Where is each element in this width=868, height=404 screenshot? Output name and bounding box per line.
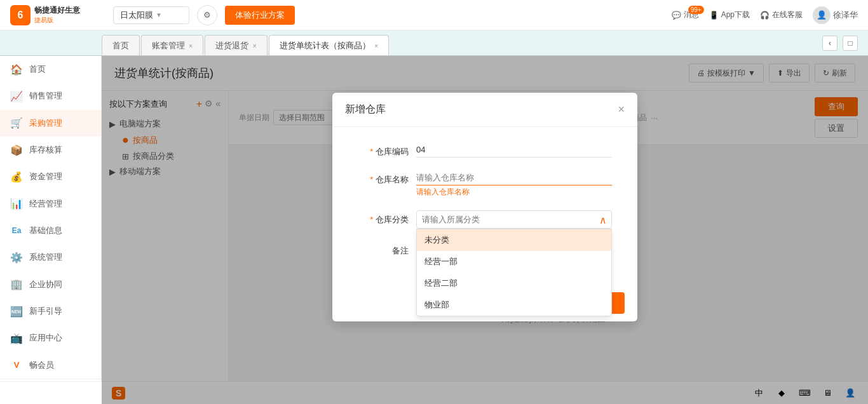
mobile-icon: 📱 — [709, 11, 719, 20]
basic-info-icon: Ea — [10, 224, 23, 237]
sidebar-item-sales[interactable]: 📈 销售管理 — [0, 83, 101, 109]
top-header: 6 畅捷通好生意 捷易版 日太阳膜 ▼ ⚙ 体验行业方案 💬 消息 99+ 📱 … — [0, 0, 868, 30]
code-input[interactable] — [416, 142, 612, 158]
message-icon: 💬 — [672, 11, 681, 20]
sidebar-item-purchase[interactable]: 🛒 采购管理 — [0, 110, 101, 137]
sidebar: 🏠 首页 📈 销售管理 🛒 采购管理 📦 库存核算 💰 资金管理 📊 经营管理 … — [0, 56, 102, 404]
name-error-msg: 请输入仓库名称 — [416, 187, 612, 198]
app-download-btn[interactable]: 📱 App下载 — [709, 10, 750, 20]
category-input[interactable] — [416, 210, 612, 229]
tab-purchase-stats[interactable]: 进货单统计表（按商品） × — [269, 35, 389, 55]
store-selector[interactable]: 日太阳膜 ▼ — [113, 6, 189, 24]
category-toggle-icon[interactable]: ∧ — [599, 213, 607, 226]
tab-close-purchase-stats[interactable]: × — [374, 42, 378, 50]
enterprise-icon: 🏢 — [10, 278, 23, 291]
name-form-row: * 仓库名称 请输入仓库名称 — [358, 170, 612, 198]
notification-btn[interactable]: 💬 消息 99+ — [672, 10, 699, 20]
code-input-wrap — [416, 142, 612, 158]
modal-header: 新增仓库 × — [332, 93, 637, 127]
finance-icon: 💰 — [10, 170, 23, 183]
category-input-wrap: ∧ 未分类 经营一部 经营二部 物业部 — [416, 210, 612, 229]
store-dropdown-arrow: ▼ — [156, 11, 162, 18]
dropdown-item-property[interactable]: 物业部 — [417, 294, 611, 316]
sidebar-item-apps[interactable]: 📺 应用中心 — [0, 325, 101, 351]
user-menu[interactable]: 👤 徐泽华 — [813, 6, 858, 24]
header-right: 💬 消息 99+ 📱 App下载 🎧 在线客服 👤 徐泽华 — [672, 6, 858, 24]
home-icon: 🏠 — [10, 63, 23, 76]
sidebar-item-inventory[interactable]: 📦 库存核算 — [0, 137, 101, 163]
settings-icon[interactable]: ⚙ — [197, 5, 217, 25]
sidebar-item-system[interactable]: ⚙️ 系统管理 — [0, 244, 101, 271]
dropdown-item-uncategorized[interactable]: 未分类 — [417, 229, 611, 251]
sales-icon: 📈 — [10, 90, 23, 102]
notification-badge: 99+ — [688, 6, 704, 14]
category-form-row: * 仓库分类 ∧ 未分类 经营一部 经营二部 物业部 — [358, 210, 612, 229]
tab-home[interactable]: 首页 — [102, 35, 140, 55]
modal-close-btn[interactable]: × — [618, 103, 625, 116]
sidebar-item-guide[interactable]: 🆕 新手引导 — [0, 298, 101, 325]
tab-bar: 首页 账套管理 × 进货退货 × 进货单统计表（按商品） × ‹ □ — [0, 30, 868, 56]
tab-bar-controls: ‹ □ — [822, 36, 858, 51]
category-dropdown: 未分类 经营一部 经营二部 物业部 — [416, 229, 612, 316]
notes-label: 备注 — [358, 241, 409, 257]
main-layout: 🏠 首页 📈 销售管理 🛒 采购管理 📦 库存核算 💰 资金管理 📊 经营管理 … — [0, 56, 868, 404]
sidebar-item-basic-info[interactable]: Ea 基础信息 — [0, 217, 101, 244]
sidebar-item-vip[interactable]: V 畅会员 — [0, 352, 101, 379]
modal-body: * 仓库编码 * 仓库名称 请输入仓库名称 — [332, 127, 637, 285]
tab-accounts[interactable]: 账套管理 × — [141, 35, 203, 55]
avatar: 👤 — [813, 6, 831, 24]
name-input[interactable] — [416, 170, 612, 185]
add-warehouse-modal: 新增仓库 × * 仓库编码 * — [332, 93, 637, 321]
operations-icon: 📊 — [10, 198, 23, 210]
guide-icon: 🆕 — [10, 305, 23, 318]
inventory-icon: 📦 — [10, 144, 23, 156]
tab-purchase-return[interactable]: 进货退货 × — [205, 35, 267, 55]
modal-title: 新增仓库 — [345, 103, 386, 116]
name-label: * 仓库名称 — [358, 170, 409, 185]
dropdown-item-dept1[interactable]: 经营一部 — [417, 251, 611, 273]
logo-area: 6 畅捷通好生意 捷易版 — [10, 5, 105, 25]
sidebar-item-home[interactable]: 🏠 首页 — [0, 56, 101, 83]
sidebar-item-enterprise[interactable]: 🏢 企业协同 — [0, 271, 101, 298]
dropdown-item-dept2[interactable]: 经营二部 — [417, 273, 611, 294]
code-form-row: * 仓库编码 — [358, 142, 612, 158]
tab-close-accounts[interactable]: × — [189, 42, 193, 50]
logo-text: 畅捷通好生意 捷易版 — [34, 5, 80, 25]
name-input-wrap: 请输入仓库名称 — [416, 170, 612, 198]
apps-icon: 📺 — [10, 332, 23, 344]
content-area: 进货单统计(按商品) 🖨 按模板打印 ▼ ⬆ 导出 ↻ 刷新 — [102, 56, 868, 404]
username: 徐泽华 — [833, 10, 858, 21]
sidebar-item-operations[interactable]: 📊 经营管理 — [0, 191, 101, 217]
vip-icon: V — [10, 359, 23, 372]
category-label: * 仓库分类 — [358, 210, 409, 226]
system-icon: ⚙️ — [10, 251, 23, 264]
tab-close-purchase-return[interactable]: × — [252, 42, 256, 50]
store-name: 日太阳膜 — [120, 10, 153, 21]
purchase-icon: 🛒 — [10, 117, 23, 130]
experience-button[interactable]: 体验行业方案 — [225, 6, 295, 25]
sidebar-item-finance[interactable]: 💰 资金管理 — [0, 163, 101, 190]
online-service-btn[interactable]: 🎧 在线客服 — [760, 10, 803, 20]
tab-prev-btn[interactable]: ‹ — [822, 36, 837, 51]
headset-icon: 🎧 — [760, 11, 770, 20]
logo-icon: 6 — [10, 5, 31, 25]
code-label: * 仓库编码 — [358, 142, 409, 158]
tab-next-btn[interactable]: □ — [843, 36, 858, 51]
